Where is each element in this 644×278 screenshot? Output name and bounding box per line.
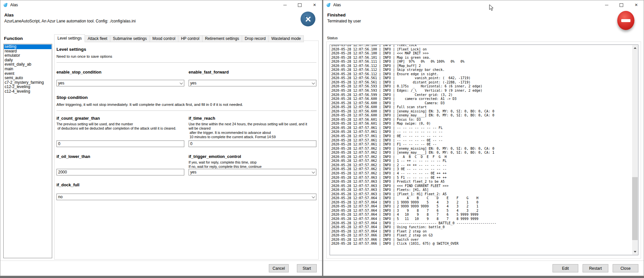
function-list-item[interactable]: daily (4, 58, 52, 63)
titlebar[interactable]: Alas ✕ (323, 0, 644, 10)
field-description: The previous setting will be used, and t… (56, 122, 184, 131)
form-row-4: if_dock_full no (56, 175, 316, 200)
section-subtitle-level-settings: Need to run once to save options (56, 54, 316, 58)
log-line: 2020-05-28 12:07:57.062 | INFO | [enemy_… (331, 151, 632, 155)
chevron-down-icon (312, 195, 315, 198)
settings-tab[interactable]: Drop record (242, 35, 268, 42)
log-line: 2020-05-28 12:07:57.062 | INFO | 4 -- --… (331, 171, 632, 176)
no-entry-icon (617, 11, 634, 30)
function-list-item[interactable]: setting (4, 45, 52, 49)
if-count-greater-than-input[interactable] (56, 140, 184, 147)
maximize-button[interactable] (614, 0, 629, 10)
log-line: 2020-05-28 12:07:57.063 | INFO | Fleets:… (331, 188, 632, 192)
scrollbar-thumb[interactable] (632, 177, 638, 240)
titlebar[interactable]: Alas ✕ (0, 0, 322, 10)
log-line: 2020-05-28 12:07:56.600 | INFO | [enemy_… (331, 113, 632, 118)
function-list-item[interactable]: event_daily_ab (4, 62, 52, 67)
minimize-button[interactable] (277, 0, 292, 10)
no-entry-bar (621, 19, 630, 22)
section-title-level-settings: Level settings (56, 47, 316, 52)
maximize-button[interactable] (292, 0, 307, 10)
settings-tab[interactable]: HP control (178, 35, 202, 42)
log-line: 2020-05-28 12:07:57.064 | INFO | 3 9 8 7… (331, 209, 632, 213)
select-value: yes (190, 170, 197, 174)
close-button[interactable]: ✕ (307, 0, 322, 10)
scroll-up-button[interactable] (632, 45, 638, 51)
field-label: if_oil_lower_than (56, 154, 184, 159)
status-header: Finished Terminated by user (323, 10, 644, 23)
function-sidebar: Function settingrewardemulatordailyevent… (3, 36, 52, 258)
config-title: Alas (4, 13, 318, 17)
function-list-item[interactable]: emulator (4, 53, 52, 58)
function-list-item[interactable]: semi_auto (4, 76, 52, 80)
log-line: 2020-05-28 12:07:57.061 | INFO | 0E -- -… (331, 134, 632, 139)
if-time-reach-input[interactable] (189, 140, 316, 147)
edit-button[interactable]: Edit (553, 264, 578, 272)
form-row-1: enable_stop_condition yes enable_fast_fo… (56, 63, 316, 86)
restart-button[interactable]: Restart (583, 264, 608, 272)
chevron-down-icon (312, 81, 315, 84)
if-oil-lower-than-input[interactable] (56, 169, 184, 175)
settings-tab[interactable]: Attack fleet (85, 35, 110, 42)
if-trigger-emotion-control-select[interactable]: yes (189, 169, 316, 175)
log-output[interactable]: 2020-05-28 12:07:56.100 | INFO | fleet_l… (330, 45, 638, 255)
field-label: enable_fast_forward (189, 70, 316, 75)
if-dock-full-select[interactable]: no (56, 194, 316, 200)
function-list-item[interactable]: c12-4_leveling (4, 89, 52, 94)
close-window-button[interactable]: Close (613, 264, 638, 272)
settings-tab[interactable]: Wasteland mode (268, 35, 304, 42)
alas-logo-icon (3, 3, 8, 7)
window-title: Alas (333, 3, 341, 7)
window-alas-status: Alas ✕ Finished Terminated by user Statu… (323, 0, 644, 276)
enable-stop-condition-select[interactable]: yes (56, 80, 184, 86)
config-footer: Cancel Start (0, 261, 322, 276)
field-enable-fast-forward: enable_fast_forward yes (189, 63, 316, 86)
log-line: 2020-05-28 12:07:57.061 | INFO | -- -- -… (331, 126, 632, 130)
field-label: if_trigger_emotion_control (189, 154, 316, 159)
function-list-item[interactable]: main (4, 67, 52, 72)
section-subtitle-stop-condition: After triggering, it will not stop immed… (56, 103, 316, 107)
log-line: 2020-05-28 12:07:56.112 | INFO | [Map_bu… (331, 64, 632, 68)
function-list-item[interactable]: event (4, 72, 52, 76)
function-list-item[interactable]: c7-2_mystery_farming (4, 80, 52, 85)
window-title: Alas (10, 3, 18, 7)
cancel-button[interactable]: Cancel (269, 264, 289, 272)
function-list-item[interactable]: reward (4, 49, 52, 54)
function-listbox[interactable]: settingrewardemulatordailyevent_daily_ab… (3, 44, 52, 258)
log-line: 2020-05-28 12:07:57.063 | INFO | [Fleet_… (331, 192, 632, 197)
minimize-button[interactable] (599, 0, 614, 10)
log-line: 2020-05-28 12:07:57.063 | INFO | 5 F1 --… (331, 176, 632, 180)
minimize-icon (283, 5, 287, 5)
status-footer: Edit Restart Close (323, 261, 644, 276)
settings-tab[interactable]: Retirement settings (202, 35, 242, 42)
settings-tab[interactable]: Submarine settings (110, 35, 150, 42)
maximize-icon (620, 3, 623, 7)
close-button[interactable]: ✕ (629, 0, 644, 10)
settings-tab[interactable]: Level settings (54, 34, 85, 42)
field-description: Use the time within the next 24 hours, t… (189, 122, 316, 139)
function-list-item[interactable]: c12-2_leveling (4, 85, 52, 89)
start-button[interactable]: Start (297, 264, 317, 272)
enable-fast-forward-select[interactable]: yes (189, 80, 316, 86)
field-label: enable_stop_condition (56, 70, 184, 75)
scroll-up-icon (634, 47, 636, 49)
settings-tabs: Level settingsAttack fleetSubmarine sett… (54, 34, 319, 42)
log-line: 2020-05-28 12:07:57.062 | INFO | [enemy_… (331, 147, 632, 151)
form-row-2: if_count_greater_than The previous setti… (56, 111, 316, 147)
field-if-time-reach: if_time_reach Use the time within the ne… (189, 111, 316, 147)
log-line: 2020-05-28 12:07:57.063 | INFO | Predict… (331, 180, 632, 184)
log-line: 2020-05-28 12:07:56.601 | INFO | Map swi… (331, 122, 632, 126)
window-controls: ✕ (277, 0, 322, 10)
select-value: no (58, 195, 62, 199)
log-line: 2020-05-28 12:07:56.561 | INFO | vanish_… (331, 76, 632, 80)
log-scrollbar[interactable] (632, 45, 638, 255)
settings-tab[interactable]: Mood control (150, 35, 178, 42)
log-line: 2020-05-28 12:07:57.066 | INFO | Switch … (331, 238, 632, 242)
log-line: 2020-05-28 12:07:57.064 | INFO | 1 9999 … (331, 201, 632, 205)
log-line: 2020-05-28 12:07:56.601 | INFO | Focus t… (331, 118, 632, 122)
log-line: 2020-05-28 12:07:56.599 | INFO | Center … (331, 93, 632, 97)
log-line: 2020-05-28 12:07:57.062 | INFO | 2 -- ++… (331, 163, 632, 168)
scroll-down-button[interactable] (632, 249, 638, 255)
select-value: yes (58, 81, 64, 85)
log-line: 2020-05-28 12:07:57.064 | INFO | -------… (331, 221, 632, 226)
